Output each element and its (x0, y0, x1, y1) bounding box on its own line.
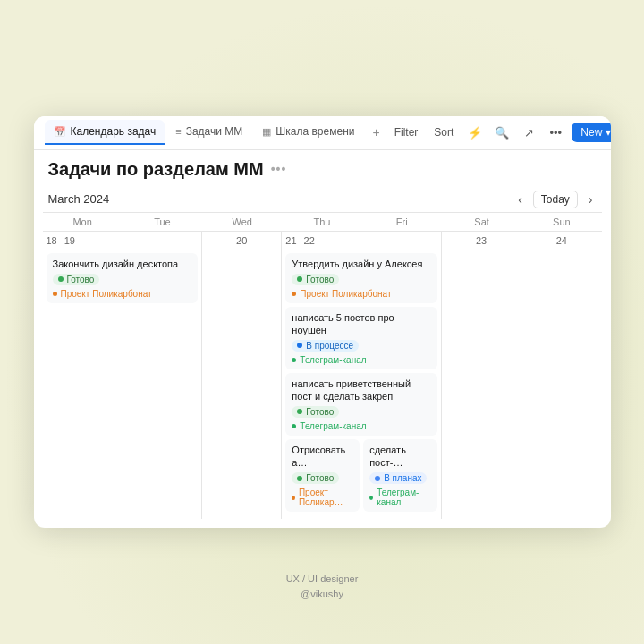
lightning-button[interactable]: ⚡ (464, 122, 486, 143)
task-design-desktop[interactable]: Закончить дизайн десктопа Готово Проект … (47, 253, 199, 303)
cell-sun-24: 24 (521, 232, 601, 519)
project-tag: Проект Поликар… (292, 487, 353, 507)
status-text: Готово (306, 275, 334, 284)
project-tag-tg: Телеграм-канал (369, 487, 431, 507)
task-title: Закончить дизайн десктопа (53, 258, 192, 270)
date-24: 24 (525, 235, 597, 246)
calendar-nav: ‹ Today › (514, 191, 596, 208)
status-text: В процессе (306, 341, 353, 351)
tab-timeline-label: Шкала времени (275, 125, 354, 138)
title-more-icon[interactable]: ••• (271, 162, 287, 176)
project-tag: Проект Поликарбонат (292, 289, 431, 299)
status-dot (297, 476, 302, 481)
tab-tasks[interactable]: ≡ Задачи ММ (166, 120, 251, 145)
status-text: Готово (306, 473, 334, 483)
task-post-sat[interactable]: сделать пост-… В планах Телеграм-канал (363, 439, 437, 512)
calendar-week: 18 19 Закончить дизайн десктопа Готово П… (43, 231, 602, 519)
status-dot (297, 409, 302, 414)
prev-week-button[interactable]: ‹ (514, 191, 526, 208)
tab-bar: 📅 Календарь задач ≡ Задачи ММ ▦ Шкала вр… (34, 116, 611, 150)
status-dot (375, 476, 380, 481)
project-name: Проект Поликарбонат (300, 289, 391, 299)
status-text: Готово (306, 407, 334, 417)
add-tab-button[interactable]: + (365, 122, 386, 143)
status-text: Готово (67, 275, 95, 284)
date-23: 23 (445, 235, 517, 246)
date-19: 19 (64, 235, 75, 246)
task-posts-notion[interactable]: написать 5 постов про ноушен В процессе … (285, 307, 437, 369)
share-button[interactable]: ↗ (518, 122, 539, 143)
task-welcome-post[interactable]: написать приветственный пост и сделать з… (285, 373, 437, 436)
status-badge-inprogress: В процессе (292, 340, 359, 352)
fri-tasks-section: написать 5 постов про ноушен В процессе … (285, 307, 437, 515)
calendar-header: March 2024 ‹ Today › (34, 185, 611, 212)
day-tue: Tue (123, 213, 202, 231)
task-title: написать приветственный пост и сделать з… (292, 377, 431, 403)
timeline-icon: ▦ (262, 126, 271, 138)
status-badge-done: Готово (53, 274, 100, 285)
calendar-month: March 2024 (48, 192, 110, 206)
project-name: Проект Поликарбонат (61, 289, 152, 299)
tab-calendar[interactable]: 📅 Календарь задач (45, 120, 165, 145)
search-button[interactable]: 🔍 (491, 122, 513, 143)
tab-timeline[interactable]: ▦ Шкала времени (253, 120, 363, 145)
project-tag-tg: Телеграм-канал (292, 421, 431, 431)
project-dot (292, 424, 296, 428)
status-dot (297, 343, 302, 348)
status-badge: Готово (292, 472, 339, 484)
days-header: Mon Tue Wed Thu Fri Sat Sun (43, 212, 602, 231)
watermark: UX / UI designer @vikushy (286, 572, 359, 601)
status-badge-done: Готово (292, 406, 339, 418)
app-window: 📅 Календарь задач ≡ Задачи ММ ▦ Шкала вр… (34, 116, 611, 528)
day-mon: Mon (43, 213, 123, 231)
task-draw[interactable]: Отрисовать а… Готово Проект Поликар… (285, 439, 360, 512)
project-tag: Проект Поликарбонат (53, 289, 192, 299)
new-button-label: New (580, 126, 602, 139)
project-dot (53, 292, 57, 296)
status-badge: Готово (292, 274, 339, 285)
today-button[interactable]: Today (533, 191, 578, 208)
task-title: Утвердить дизайн у Алексея (292, 258, 431, 270)
project-name: Телеграм-канал (300, 355, 366, 365)
project-tag-tg: Телеграм-канал (292, 355, 431, 365)
tab-tasks-label: Задачи ММ (186, 125, 243, 138)
date-21: 21 (285, 235, 296, 246)
calendar-icon: 📅 (54, 126, 66, 138)
day-thu: Thu (282, 213, 361, 231)
cell-mon-18: 18 19 Закончить дизайн десктопа Готово П… (43, 232, 203, 519)
fri-bottom-row: Отрисовать а… Готово Проект Поликар… (285, 439, 437, 515)
tab-calendar-label: Календарь задач (71, 125, 157, 138)
page-title-text: Задачи по разделам ММ (48, 159, 264, 180)
sort-button[interactable]: Sort (428, 123, 459, 141)
next-week-button[interactable]: › (585, 191, 597, 208)
calendar-grid: Mon Tue Wed Thu Fri Sat Sun 18 19 Законч… (34, 212, 611, 528)
more-button[interactable]: ••• (545, 122, 566, 143)
chevron-down-icon: ▾ (606, 126, 610, 139)
task-title: Отрисовать а… (292, 444, 353, 470)
new-button[interactable]: New ▾ (572, 123, 610, 142)
project-dot (292, 358, 296, 362)
task-title: написать 5 постов про ноушен (292, 311, 431, 337)
watermark-line2: @vikushy (286, 587, 359, 602)
cell-thu-21: 21 22 Утвердить дизайн у Алексея Готово … (282, 232, 442, 519)
date-18: 18 (47, 235, 57, 246)
task-approve-design[interactable]: Утвердить дизайн у Алексея Готово Проект… (285, 253, 437, 303)
day-sun: Sun (521, 213, 601, 231)
status-badge-planned: В планах (369, 472, 427, 484)
day-sat: Sat (442, 213, 521, 231)
project-name: Телеграм-канал (300, 421, 366, 431)
project-name: Телеграм-канал (377, 487, 431, 507)
status-dot (297, 276, 302, 282)
project-name: Проект Поликар… (299, 487, 353, 507)
status-dot (58, 276, 64, 282)
day-fri: Fri (362, 213, 442, 231)
project-dot (292, 292, 296, 296)
toolbar-right: Filter Sort ⚡ 🔍 ↗ ••• New ▾ (389, 122, 611, 143)
date-22: 22 (304, 235, 315, 246)
page-header: Задачи по разделам ММ ••• (34, 150, 611, 185)
cell-sat-23: 23 (442, 232, 521, 519)
filter-button[interactable]: Filter (389, 123, 424, 141)
watermark-line1: UX / UI designer (286, 572, 359, 587)
date-20: 20 (206, 235, 277, 246)
project-dot (292, 496, 295, 500)
